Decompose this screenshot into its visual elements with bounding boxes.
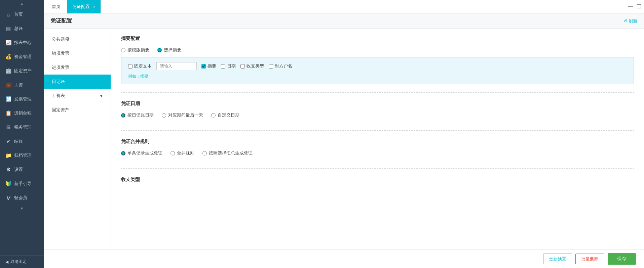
sidebar-item-label: 结账 (14, 138, 23, 144)
sidebar-item-sales[interactable]: 📋 进销台账 (0, 106, 44, 120)
chevron-down-icon: ▾ (100, 93, 103, 98)
sidebar-item-home[interactable]: ⌂ 首页 (0, 7, 44, 21)
sidebar-item-salary[interactable]: 💼 工资 (0, 78, 44, 92)
update-preview-button[interactable]: 更新预置 (543, 254, 572, 264)
window-controls: — ❐ (628, 3, 641, 10)
summary-config-section: 摘要配置 按模版摘要 选择摘要 (121, 36, 634, 93)
nav-item-purchase-invoice[interactable]: 进项发票 (44, 60, 111, 75)
restore-icon[interactable]: ❐ (637, 3, 641, 10)
sidebar-item-label: 报表中心 (14, 40, 32, 46)
batch-delete-button[interactable]: 批量删除 (575, 254, 604, 264)
sidebar-item-label: 设置 (14, 167, 23, 173)
sidebar-item-archive[interactable]: 📁 归档管理 (0, 148, 44, 163)
select-summary-label: 选择摘要 (164, 47, 181, 53)
sidebar-item-label: 税务管理 (14, 124, 32, 130)
page-title: 凭证配置 (50, 17, 72, 25)
checkbox-date[interactable]: 日期 (221, 63, 236, 69)
content-area: 公共选项 销项发票 进项发票 日记账 工资表 ▾ 固定资产 摘要配置 (44, 29, 644, 250)
sidebar: ▲ ⌂ 首页 ▤ 总账 📈 报表中心 💰 资金管理 🏢 固定资产 💼 工资 🧾 … (0, 0, 44, 268)
page-header: 凭证配置 ↺ 刷新 (44, 13, 644, 29)
checkbox-summary[interactable]: 摘要 (201, 63, 216, 69)
voucher-date-radio-row: 按日记账日期 对应期间最后一天 自定义日期 (121, 112, 634, 118)
sidebar-item-report[interactable]: 📈 报表中心 (0, 36, 44, 50)
merge-rule-label: 合并规则 (177, 150, 194, 156)
nav-item-public[interactable]: 公共选项 (44, 32, 111, 46)
refresh-button[interactable]: ↺ 刷新 (623, 18, 637, 24)
sidebar-scroll-up[interactable]: ▲ (0, 0, 44, 7)
tab-close-icon[interactable]: × (93, 5, 95, 9)
sidebar-item-label: 归档管理 (14, 152, 32, 159)
checkbox-fixed-text[interactable]: 固定文本 (128, 63, 152, 69)
salary-icon: 💼 (5, 82, 11, 88)
refresh-icon: ↺ (623, 18, 627, 24)
tab-voucher-config[interactable]: 凭证配置 × (67, 0, 101, 13)
example-text: 例如：摘要 (128, 74, 292, 79)
sidebar-scroll-down[interactable]: ▼ (0, 205, 44, 212)
radio-batch-generate[interactable]: 按照选择汇总生成凭证 (202, 150, 253, 156)
unpin-label: 取消固定 (10, 259, 27, 265)
sidebar-item-label: 总账 (14, 26, 23, 32)
sidebar-item-label: 首页 (14, 11, 23, 17)
sidebar-item-vip[interactable]: V 畅会员 (0, 191, 44, 205)
single-record-label: 单条记录生成凭证 (127, 150, 162, 156)
sidebar-item-funds[interactable]: 💰 资金管理 (0, 50, 44, 64)
income-type-title: 收支类型 (121, 177, 634, 183)
radio-merge-rule[interactable]: 合并规则 (171, 150, 194, 156)
tab-voucher-label: 凭证配置 (72, 4, 90, 10)
radio-journal-date[interactable]: 按日记账日期 (121, 112, 154, 118)
checkbox-income-type[interactable]: 收支类型 (240, 63, 264, 69)
tab-bar: 首页 凭证配置 × — ❐ (44, 0, 644, 13)
sales-icon: 📋 (5, 110, 11, 116)
summary-config-inner: 固定文本 摘要 日期 (128, 62, 292, 79)
template-summary-label: 按模版摘要 (127, 47, 149, 53)
sidebar-item-label: 固定资产 (14, 68, 32, 74)
sidebar-item-settings[interactable]: ⚙ 设置 (0, 163, 44, 177)
invoice-icon: 🧾 (5, 96, 11, 102)
summary-config-box: 固定文本 摘要 日期 (121, 57, 634, 84)
right-content: 摘要配置 按模版摘要 选择摘要 (111, 29, 644, 250)
radio-custom-date[interactable]: 自定义日期 (211, 112, 239, 118)
sidebar-item-invoice[interactable]: 🧾 发票管理 (0, 92, 44, 106)
sidebar-item-guide[interactable]: 🔰 新手引导 (0, 177, 44, 191)
minimize-icon[interactable]: — (628, 3, 633, 10)
ledger-icon: ▤ (5, 26, 11, 32)
left-nav: 公共选项 销项发票 进项发票 日记账 工资表 ▾ 固定资产 (44, 29, 111, 250)
refresh-label: 刷新 (629, 18, 637, 24)
radio-template-summary[interactable]: 按模版摘要 (121, 47, 149, 53)
checkbox-counterpart[interactable]: 对方户名 (269, 63, 292, 69)
nav-item-payroll[interactable]: 工资表 ▾ (44, 89, 111, 103)
sidebar-item-settle[interactable]: ✔ 结账 (0, 134, 44, 148)
nav-item-sales-invoice[interactable]: 销项发票 (44, 46, 111, 60)
bottom-bar: 更新预置 批量删除 保存 (44, 250, 644, 268)
radio-select-summary[interactable]: 选择摘要 (157, 47, 181, 53)
assets-icon: 🏢 (5, 68, 11, 74)
summary-options-row: 固定文本 摘要 日期 (128, 62, 292, 70)
voucher-date-title: 凭证日期 (121, 101, 634, 107)
settings-icon: ⚙ (5, 167, 11, 173)
custom-date-label: 自定义日期 (218, 112, 239, 118)
tab-home-label: 首页 (52, 4, 61, 10)
sidebar-unpin[interactable]: ◀ 取消固定 (0, 255, 44, 268)
sidebar-item-tax[interactable]: 🏛 税务管理 (0, 120, 44, 134)
tax-icon: 🏛 (5, 125, 11, 130)
sidebar-item-assets[interactable]: 🏢 固定资产 (0, 64, 44, 78)
sidebar-item-label: 畅会员 (14, 195, 27, 201)
merge-rules-radio-row: 单条记录生成凭证 合并规则 按照选择汇总生成凭证 (121, 150, 634, 156)
funds-icon: 💰 (5, 54, 11, 60)
tab-home[interactable]: 首页 (46, 0, 66, 13)
radio-single-record[interactable]: 单条记录生成凭证 (121, 150, 162, 156)
save-button[interactable]: 保存 (608, 253, 636, 265)
sidebar-item-label: 进销台账 (14, 110, 32, 116)
main-area: 首页 凭证配置 × — ❐ 凭证配置 ↺ 刷新 公共选项 销项发票 进 (44, 0, 644, 268)
nav-item-journal[interactable]: 日记账 (44, 75, 111, 89)
fixed-text-input[interactable] (156, 62, 197, 70)
merge-rules-section: 凭证合并规则 单条记录生成凭证 合并规则 按照选择汇总生成凭证 (121, 139, 634, 169)
journal-date-label: 按日记账日期 (127, 112, 154, 118)
income-type-section: 收支类型 (121, 177, 634, 196)
nav-item-fixed-assets[interactable]: 固定资产 (44, 103, 111, 117)
sidebar-item-ledger[interactable]: ▤ 总账 (0, 21, 44, 36)
radio-last-day[interactable]: 对应期间最后一天 (162, 112, 203, 118)
vip-icon: V (5, 195, 11, 201)
archive-icon: 📁 (5, 152, 11, 159)
report-icon: 📈 (5, 40, 11, 46)
